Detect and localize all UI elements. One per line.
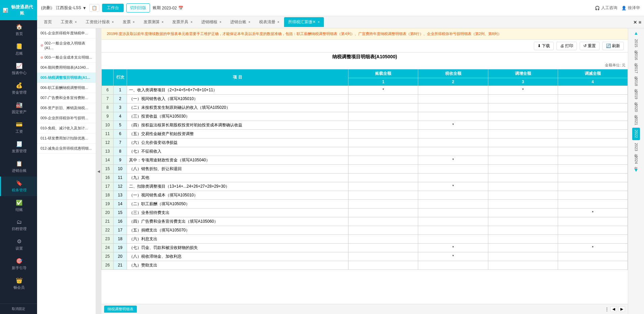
col4-8[interactable] bbox=[558, 156, 627, 164]
year-item-2019年[interactable]: 2019年 bbox=[632, 89, 640, 101]
col1-1[interactable] bbox=[348, 94, 418, 103]
reset-button[interactable]: ↺ 重置 bbox=[580, 42, 600, 50]
tab-close-3[interactable]: × bbox=[133, 20, 135, 24]
col1-6[interactable] bbox=[348, 138, 418, 147]
col2-17[interactable] bbox=[418, 234, 488, 243]
left-panel-item-005[interactable]: 005-纳税调整项目明细表(A1... bbox=[37, 73, 96, 83]
tab-1[interactable]: 工资表× bbox=[57, 17, 81, 27]
col2-2[interactable] bbox=[418, 103, 488, 112]
col2-8[interactable]: * bbox=[418, 156, 488, 164]
col4-13[interactable] bbox=[558, 199, 627, 208]
tab-close-2[interactable]: × bbox=[112, 20, 114, 24]
col2-6[interactable] bbox=[418, 138, 488, 147]
col1-19[interactable] bbox=[348, 252, 418, 261]
col1-16[interactable] bbox=[348, 226, 418, 234]
col2-9[interactable] bbox=[418, 164, 488, 173]
col3-3[interactable] bbox=[488, 112, 558, 121]
col1-3[interactable] bbox=[348, 112, 418, 121]
col1-5[interactable] bbox=[348, 129, 418, 138]
year-item-2024年[interactable]: 2024年 bbox=[632, 154, 640, 166]
col4-20[interactable] bbox=[558, 261, 627, 270]
tab-close-9[interactable]: × bbox=[318, 20, 320, 24]
col4-5[interactable] bbox=[558, 129, 627, 138]
col3-8[interactable] bbox=[488, 156, 558, 164]
tab-close-6[interactable]: × bbox=[219, 20, 221, 24]
col2-4[interactable]: * bbox=[418, 121, 488, 129]
col4-6[interactable] bbox=[558, 138, 627, 147]
sidebar-item-ledger[interactable]: 📒总账 bbox=[0, 40, 37, 59]
col1-18[interactable] bbox=[348, 243, 418, 252]
tab-close-8[interactable]: × bbox=[277, 20, 279, 24]
tab-close-7[interactable]: × bbox=[248, 20, 250, 24]
col2-16[interactable] bbox=[418, 226, 488, 234]
year-item-2021年[interactable]: 2021年 bbox=[632, 115, 640, 127]
col2-7[interactable] bbox=[418, 147, 488, 156]
left-panel-item-008[interactable]: 008-资产折旧、摊销及纳税... bbox=[37, 103, 96, 113]
col2-10[interactable] bbox=[418, 173, 488, 182]
col2-3[interactable] bbox=[418, 112, 488, 121]
sidebar-item-payroll[interactable]: 💳工资 bbox=[0, 118, 37, 137]
col1-8[interactable] bbox=[348, 156, 418, 164]
year-item-2020年[interactable]: 2020年 bbox=[632, 102, 640, 114]
col3-7[interactable] bbox=[488, 147, 558, 156]
left-panel-item-003[interactable]: ⊘003-一般企业成本支出明细... bbox=[37, 53, 96, 63]
left-panel-item-002[interactable]: ⊘002-一般企业收入明细表(A1... bbox=[37, 38, 96, 53]
col2-12[interactable] bbox=[418, 191, 488, 199]
tab-0[interactable]: 首页 bbox=[40, 17, 56, 27]
col1-9[interactable] bbox=[348, 164, 418, 173]
col2-1[interactable] bbox=[418, 94, 488, 103]
col2-13[interactable] bbox=[418, 199, 488, 208]
col2-15[interactable] bbox=[418, 217, 488, 226]
col3-14[interactable] bbox=[488, 208, 558, 217]
left-panel-item-007[interactable]: 007-广告费和业务宣传费附... bbox=[37, 93, 96, 103]
col1-11[interactable] bbox=[348, 182, 418, 191]
col1-7[interactable] bbox=[348, 147, 418, 156]
download-button[interactable]: ⬇ 下载 bbox=[534, 42, 554, 50]
col3-20[interactable] bbox=[488, 261, 558, 270]
tab-4[interactable]: 发票测算× bbox=[140, 17, 168, 27]
col4-1[interactable] bbox=[558, 94, 627, 103]
col4-14[interactable]: * bbox=[558, 208, 627, 217]
sidebar-item-archive[interactable]: 🗂归档管理 bbox=[0, 216, 37, 235]
col4-0[interactable] bbox=[558, 86, 627, 94]
left-panel-item-009[interactable]: 009-企业所得税弥补亏损明... bbox=[37, 113, 96, 123]
scroll-right-button[interactable]: ▶ bbox=[618, 306, 625, 312]
tab-close-all-button[interactable]: ✕ bbox=[633, 20, 637, 25]
col1-20[interactable] bbox=[348, 261, 418, 270]
tab-close-4[interactable]: × bbox=[162, 20, 164, 24]
tab-8[interactable]: 税表清册× bbox=[255, 17, 283, 27]
col3-18[interactable] bbox=[488, 243, 558, 252]
sidebar-item-settlement[interactable]: ✅结账 bbox=[0, 196, 37, 216]
col4-12[interactable] bbox=[558, 191, 627, 199]
left-panel-item-011[interactable]: 011-研发费用加计扣除优惠... bbox=[37, 133, 96, 144]
bottom-tab-item[interactable]: 纳税调整明细表 bbox=[104, 306, 137, 313]
col1-13[interactable] bbox=[348, 199, 418, 208]
col3-19[interactable] bbox=[488, 252, 558, 261]
table-container[interactable]: 纳税调整项目明细表(A105000) 金额单位: 元 行次 项 目 账载全额 税… bbox=[101, 53, 628, 304]
year-item-2022年[interactable]: 2022年 bbox=[632, 128, 640, 140]
col3-12[interactable] bbox=[488, 191, 558, 199]
col3-13[interactable] bbox=[488, 199, 558, 208]
col4-15[interactable] bbox=[558, 217, 627, 226]
sidebar-item-report[interactable]: 📈报表中心 bbox=[0, 59, 37, 79]
print-button[interactable]: 🖨 打印 bbox=[556, 42, 577, 50]
col3-6[interactable] bbox=[488, 138, 558, 147]
left-panel-item-010[interactable]: 010-免税、减计收入及加计... bbox=[37, 123, 96, 133]
col1-12[interactable] bbox=[348, 191, 418, 199]
col2-5[interactable] bbox=[418, 129, 488, 138]
col2-11[interactable]: * bbox=[418, 182, 488, 191]
old-version-button[interactable]: 切到旧版 bbox=[126, 3, 150, 12]
col4-3[interactable] bbox=[558, 112, 627, 121]
tab-7[interactable]: 进销台账× bbox=[226, 17, 254, 27]
sidebar-item-new-guide[interactable]: 🎯新手引导 bbox=[0, 254, 37, 274]
col4-19[interactable] bbox=[558, 252, 627, 261]
col4-11[interactable] bbox=[558, 182, 627, 191]
col1-4[interactable] bbox=[348, 121, 418, 129]
workbench-button[interactable]: 工作台 bbox=[102, 4, 124, 12]
sidebar-item-invoice-mgmt[interactable]: 🧾发票管理 bbox=[0, 137, 37, 157]
tab-5[interactable]: 发票开具× bbox=[168, 17, 196, 27]
year-item-2017年[interactable]: 2017年 bbox=[632, 63, 640, 75]
col4-18[interactable]: * bbox=[558, 243, 627, 252]
panel-collapse-button[interactable]: ◀ bbox=[96, 28, 101, 314]
col3-1[interactable] bbox=[488, 94, 558, 103]
